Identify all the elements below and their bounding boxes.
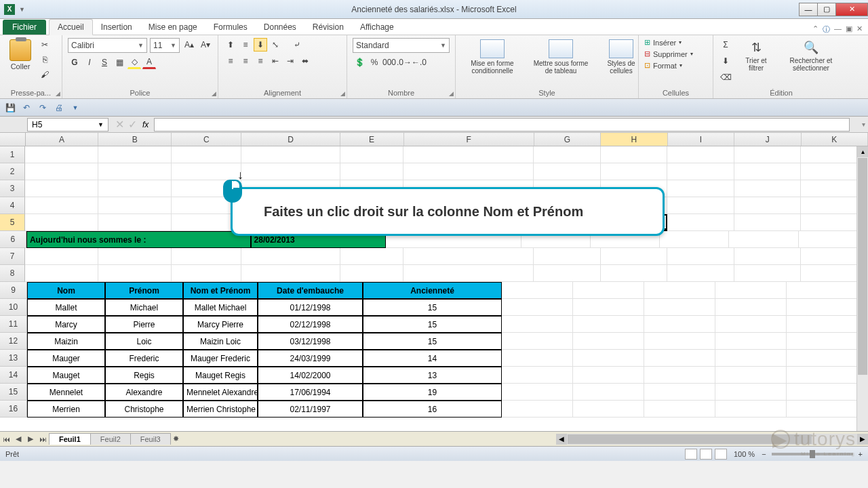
cell-A5[interactable]: [25, 214, 98, 231]
tab-accueil[interactable]: Accueil: [49, 19, 93, 35]
sheet-nav-prev[interactable]: ◀: [12, 434, 24, 443]
cell-J16[interactable]: [715, 401, 787, 418]
wrap-text-button[interactable]: ⤶: [290, 38, 304, 52]
cell-A7[interactable]: [25, 248, 98, 265]
sheet-tab-3[interactable]: Feuil3: [130, 433, 171, 445]
cell-K15[interactable]: [787, 384, 858, 401]
cell-J1[interactable]: [734, 146, 802, 163]
conditional-formatting-button[interactable]: Mise en forme conditionnelle: [461, 38, 524, 76]
cell-H2[interactable]: [601, 163, 668, 180]
column-header-J[interactable]: J: [734, 133, 801, 146]
grow-font-button[interactable]: A▴: [182, 38, 196, 52]
cell-H15[interactable]: [573, 384, 644, 401]
cell-J6[interactable]: [729, 231, 798, 248]
cell-G10[interactable]: [502, 299, 573, 316]
table-cell[interactable]: Mennelet: [27, 384, 105, 401]
column-header-H[interactable]: H: [601, 133, 667, 146]
number-dialog-icon[interactable]: ◢: [449, 90, 454, 97]
cell-H1[interactable]: [601, 146, 668, 163]
font-dialog-icon[interactable]: ◢: [212, 90, 216, 97]
cell-H9[interactable]: [573, 282, 644, 299]
cell-J10[interactable]: [715, 299, 787, 316]
date-label-cell[interactable]: Aujourd'hui nous sommes le :: [26, 231, 251, 248]
doc-min-icon[interactable]: —: [834, 24, 842, 35]
currency-button[interactable]: 💲: [353, 56, 366, 69]
row-header-2[interactable]: 2: [0, 163, 25, 180]
normal-view-button[interactable]: [685, 449, 697, 460]
column-header-K[interactable]: K: [802, 133, 868, 146]
cell-D1[interactable]: [241, 146, 340, 163]
table-cell[interactable]: Christophe: [105, 401, 183, 418]
close-button[interactable]: ✕: [835, 3, 868, 16]
help-icon[interactable]: ⓘ: [823, 24, 830, 35]
align-bottom-button[interactable]: ⬇: [254, 38, 267, 52]
zoom-in-button[interactable]: +: [859, 450, 863, 458]
vertical-scrollbar[interactable]: ▴: [856, 146, 868, 431]
table-cell[interactable]: Pierre: [105, 316, 183, 333]
page-layout-view-button[interactable]: [700, 449, 712, 460]
fill-color-button[interactable]: ◇: [127, 56, 141, 69]
dropdown-icon[interactable]: ▼: [19, 6, 25, 13]
row-header-1[interactable]: 1: [0, 146, 25, 163]
table-cell[interactable]: 14/02/2000: [258, 367, 363, 384]
cell-D2[interactable]: [241, 163, 340, 180]
table-cell[interactable]: 02/12/1998: [258, 316, 363, 333]
column-header-D[interactable]: D: [241, 133, 340, 146]
table-cell[interactable]: 16: [363, 401, 502, 418]
cut-button[interactable]: ✂: [38, 38, 52, 52]
cell-A1[interactable]: [25, 146, 98, 163]
row-header-12[interactable]: 12: [0, 333, 27, 350]
cell-I11[interactable]: [644, 316, 715, 333]
number-format-combo[interactable]: Standard▼: [353, 38, 450, 53]
sheet-tab-1[interactable]: Feuil1: [49, 433, 91, 445]
scroll-up-icon[interactable]: ▴: [857, 146, 868, 157]
tab-revision[interactable]: Révision: [304, 20, 352, 35]
fill-button[interactable]: ⬇: [719, 54, 732, 68]
expand-formula-icon[interactable]: ▾: [862, 121, 865, 128]
cell-G15[interactable]: [502, 384, 573, 401]
cell-J12[interactable]: [715, 333, 787, 350]
cell-J5[interactable]: [734, 214, 802, 231]
cell-K9[interactable]: [787, 282, 858, 299]
scroll-right-icon[interactable]: ▶: [857, 434, 868, 445]
cell-K14[interactable]: [787, 367, 858, 384]
table-cell[interactable]: 24/03/1999: [258, 350, 363, 367]
font-name-combo[interactable]: Calibri▼: [68, 38, 147, 53]
cell-H13[interactable]: [573, 350, 644, 367]
table-cell[interactable]: Loic: [105, 333, 183, 350]
redo-button[interactable]: ↷: [37, 102, 49, 114]
cell-B1[interactable]: [98, 146, 172, 163]
table-cell[interactable]: Marcy: [27, 316, 105, 333]
font-color-button[interactable]: A: [142, 56, 156, 69]
header-0[interactable]: Nom: [27, 282, 105, 299]
cell-B2[interactable]: [98, 163, 172, 180]
scroll-thumb[interactable]: [858, 158, 867, 375]
row-header-3[interactable]: 3: [0, 180, 25, 197]
cancel-formula-icon[interactable]: ✕: [115, 118, 124, 131]
page-break-view-button[interactable]: [715, 449, 727, 460]
cell-G11[interactable]: [502, 316, 573, 333]
cell-B4[interactable]: [98, 197, 172, 214]
file-tab[interactable]: Fichier: [3, 20, 46, 35]
cell-F7[interactable]: [403, 248, 534, 265]
save-button[interactable]: 💾: [4, 102, 16, 114]
autosum-button[interactable]: Σ: [719, 38, 732, 52]
cell-E2[interactable]: [340, 163, 404, 180]
delete-cells-button[interactable]: ⊟Supprimer▾: [644, 49, 693, 58]
header-1[interactable]: Prénom: [105, 282, 183, 299]
cell-B7[interactable]: [98, 248, 172, 265]
scroll-left-icon[interactable]: ◀: [556, 434, 567, 445]
table-cell[interactable]: Merrien Christophe: [183, 401, 258, 418]
cell-J8[interactable]: [734, 265, 802, 282]
table-cell[interactable]: 15: [363, 299, 502, 316]
cell-I12[interactable]: [644, 333, 715, 350]
table-cell[interactable]: Mennelet Alexandre: [183, 384, 258, 401]
cell-H12[interactable]: [573, 333, 644, 350]
cell-A8[interactable]: [25, 265, 98, 282]
insert-cells-button[interactable]: ⊞Insérer▾: [644, 38, 693, 47]
table-cell[interactable]: 14: [363, 350, 502, 367]
cell-I8[interactable]: [667, 265, 734, 282]
font-size-combo[interactable]: 11▼: [150, 38, 180, 53]
shrink-font-button[interactable]: A▾: [199, 38, 212, 52]
paste-button[interactable]: Coller: [5, 38, 35, 72]
